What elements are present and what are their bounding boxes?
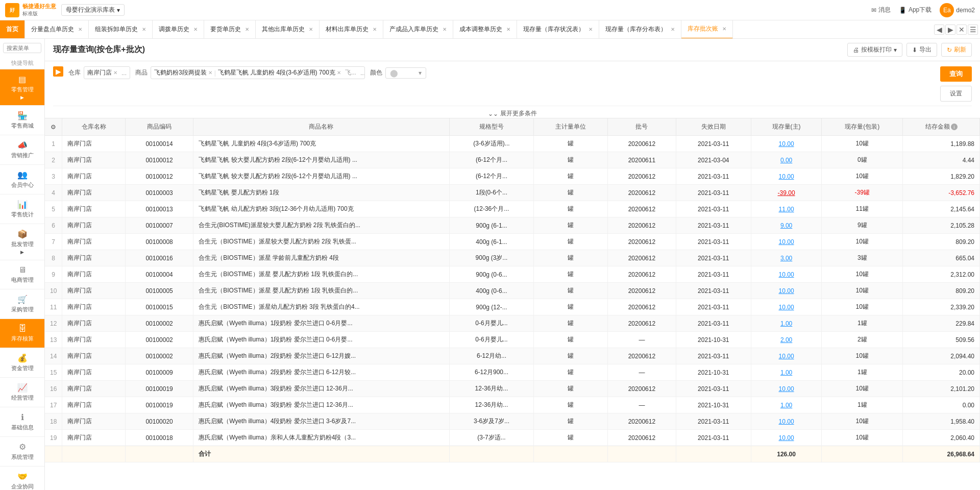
qty-main-link[interactable]: 0.00 [780,157,792,164]
sidebar-item-basic[interactable]: ℹ 基础信息 [0,407,44,437]
close-icon[interactable]: ✕ [506,27,510,32]
qty-main-link[interactable]: 10.00 [779,418,794,425]
sidebar-item-wholesale[interactable]: 📦 批发管理 ▶ [0,224,44,260]
cell-code: 00100007 [125,217,193,234]
close-icon[interactable]: ✕ [722,26,726,32]
qty-main-link[interactable]: 1.00 [780,369,792,376]
warehouse-input[interactable]: 南岸门店 ✕ ... [84,66,130,79]
cell-unit: 罐 [534,332,608,348]
sidebar-item-finance[interactable]: 💰 资金管理 [0,348,44,378]
tab-yaohuo[interactable]: 要货单历史 ✕ [204,20,256,39]
tab-kucun2[interactable]: 现存量（库存分布表） ✕ [599,20,681,39]
search-button[interactable]: 查询 [940,66,972,82]
setting-button[interactable]: 设置 [940,86,972,102]
message-btn[interactable]: ✉ 消息 [871,6,891,14]
goods-more-btn[interactable]: ... [360,69,365,77]
qty-main-link[interactable]: 11.00 [779,206,794,213]
qty-main-link[interactable]: 10.00 [779,385,794,393]
qty-main-link[interactable]: 3.00 [780,255,792,262]
goods-ellipsis-btn[interactable]: 飞... [345,68,356,77]
table-row: 10 南岸门店 00100005 合生元（BIOSTIME）派星 婴儿配方奶粉 … [45,283,980,299]
nav-close-icon[interactable]: ✕ [957,24,967,35]
close-icon[interactable]: ✕ [309,27,313,32]
sidebar-item-retail[interactable]: ▤ 零售管理 ▶ [0,69,44,106]
close-icon[interactable]: ✕ [193,27,198,32]
close-icon[interactable]: ✕ [671,27,675,32]
user-area[interactable]: Ea demo2 [940,3,975,17]
cell-qty-pkg: 10罐 [822,266,903,283]
tab-chengpin[interactable]: 产成品入库单历史 ✕ [383,20,453,39]
qty-main-link[interactable]: 10.00 [779,287,794,295]
tab-cailiao[interactable]: 材料出库单历史 ✕ [320,20,383,39]
tab-kucun1[interactable]: 现存量（库存状况表） ✕ [517,20,599,39]
qty-main-link[interactable]: 10.00 [779,434,794,442]
qty-main-link[interactable]: 10.00 [779,304,794,311]
tab-qita[interactable]: 其他出库单历史 ✕ [256,20,320,39]
app-download-btn[interactable]: 📱 App下载 [899,6,932,14]
qty-main-link[interactable]: 10.00 [779,140,794,148]
export-button[interactable]: ⬇ 导出 [906,43,937,57]
qty-main-link[interactable]: 1.00 [780,402,792,409]
cell-batch: 20200611 [608,152,676,168]
nav-prev-arrow[interactable]: ◀ [934,24,944,35]
industry-select[interactable]: 母婴行业演示库表 ▾ [61,4,125,16]
tab-home[interactable]: 首页 [0,20,25,39]
tab-fenliang[interactable]: 分量盘点单历史 ✕ [25,20,89,39]
sidebar-item-purchase[interactable]: 🛒 采购管理 [0,289,44,319]
tab-kucun3[interactable]: 库存批次账 ✕ [681,20,733,39]
tab-zuzhuang[interactable]: 组装拆卸单历史 ✕ [89,20,153,39]
goods-input[interactable]: 飞鹤奶粉3段两提装 ✕ | 飞鹤星飞帆 儿童奶粉 4段(3-6岁适用) 700克… [151,66,365,79]
cell-name: 合生元（BIOSTIME）派星幼儿配方奶粉 3段 乳铁蛋白的4... [193,299,450,315]
sidebar-item-system[interactable]: ⚙ 系统管理 [0,437,44,467]
goods-close-icon-2[interactable]: ✕ [337,70,341,76]
cell-batch: 20200612 [608,201,676,217]
search-input[interactable] [3,43,41,53]
cell-no: 14 [45,348,62,364]
sidebar-item-collab[interactable]: 🤝 企业协同 [0,467,44,490]
close-icon[interactable]: ✕ [443,27,447,32]
warehouse-close-icon[interactable]: ✕ [113,70,117,76]
nav-menu-icon[interactable]: ☰ [968,24,978,35]
close-icon[interactable]: ✕ [245,27,249,32]
cell-no: 19 [45,430,62,446]
nav-next-arrow[interactable]: ▶ [945,24,955,35]
page-actions: 🖨 按模板打印 ▾ ⬇ 导出 ↻ 刷新 [847,43,972,57]
sidebar-item-inventory[interactable]: 🗄 库存核算 [0,319,44,348]
close-icon[interactable]: ✕ [142,27,146,32]
tab-chengben[interactable]: 成本调整单历史 ✕ [453,20,517,39]
goods-close-icon-1[interactable]: ✕ [208,70,212,76]
qty-main-link[interactable]: 1.00 [780,320,792,327]
expand-more-btn[interactable]: ⌄⌄ 展开更多条件 [53,106,972,118]
ellipsis-btn[interactable]: ... [121,69,127,77]
filter-expand-btn[interactable]: ▶ [53,66,63,77]
member-icon: 👥 [17,170,28,180]
cell-code: 00100020 [125,413,193,430]
close-icon[interactable]: ✕ [78,27,82,32]
close-icon[interactable]: ✕ [373,27,377,32]
qty-main-link[interactable]: 10.00 [779,238,794,246]
sidebar-item-ops[interactable]: 📈 经营管理 [0,378,44,407]
sidebar-item-marketing[interactable]: 📣 营销推广 [0,135,44,165]
qty-main-link[interactable]: 10.00 [779,173,794,180]
qty-main-link[interactable]: 2.00 [780,336,792,344]
cell-warehouse: 南岸门店 [62,201,126,217]
sidebar-item-ecommerce[interactable]: 🖥 电商管理 [0,260,44,289]
refresh-button[interactable]: ↻ 刷新 [941,43,972,57]
qty-main-link[interactable]: 9.00 [780,222,792,229]
page-content: 现存量查询(按仓库+批次) 🖨 按模板打印 ▾ ⬇ 导出 ↻ 刷新 [45,39,980,490]
qty-main-link[interactable]: 10.00 [779,271,794,278]
qty-main-link[interactable]: -39.00 [778,189,795,197]
sidebar-item-shop[interactable]: 🏪 零售商城 [0,106,44,135]
cell-batch: 20200612 [608,299,676,315]
sidebar-item-stats[interactable]: 📊 零售统计 [0,194,44,224]
sidebar-item-member[interactable]: 👥 会员中心 [0,165,44,194]
th-settings[interactable]: ⚙ [45,118,62,136]
nav-arrows: ◀ ▶ ✕ ☰ [932,24,980,35]
info-icon[interactable]: i [951,124,958,130]
qty-main-link[interactable]: 10.00 [779,353,794,360]
color-input[interactable]: ⬤ ▾ [385,67,426,79]
close-icon[interactable]: ✕ [589,27,593,32]
cell-amount: 2,145.64 [903,201,980,217]
tab-diaob[interactable]: 调拨单历史 ✕ [153,20,204,39]
print-button[interactable]: 🖨 按模板打印 ▾ [847,43,902,57]
